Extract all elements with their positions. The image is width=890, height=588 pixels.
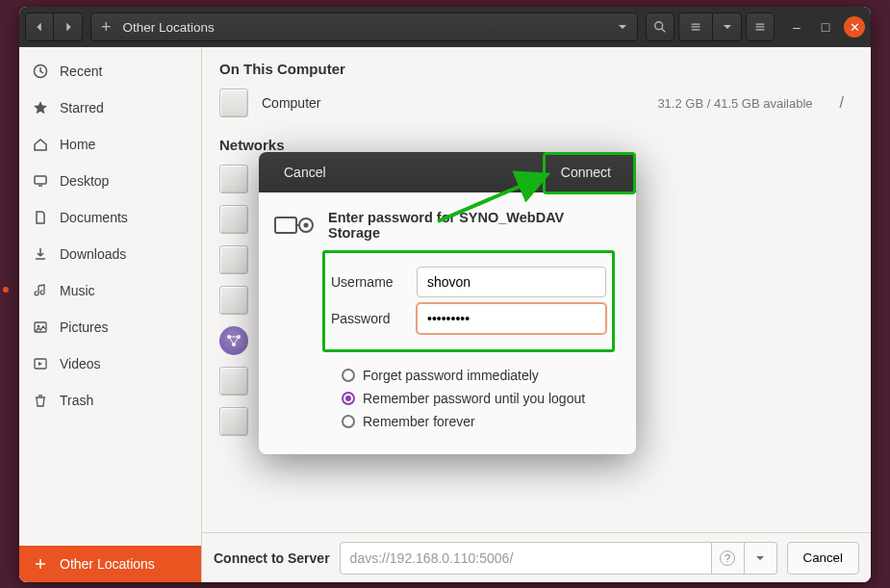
- sidebar-item-videos[interactable]: Videos: [19, 345, 201, 382]
- network-share-icon: [219, 205, 248, 234]
- svg-rect-9: [275, 217, 296, 233]
- nav-back-forward: [25, 13, 83, 41]
- path-label: Other Locations: [123, 20, 215, 35]
- radio-icon: [342, 369, 355, 382]
- dialog-connect-button[interactable]: Connect: [447, 152, 636, 192]
- drive-icon: [219, 89, 248, 117]
- option-forget[interactable]: Forget password immediately: [342, 364, 615, 387]
- sidebar-item-starred[interactable]: Starred: [19, 89, 201, 126]
- key-icon: [274, 212, 315, 239]
- section-heading-networks: Networks: [219, 137, 853, 153]
- sidebar-item-desktop[interactable]: Desktop: [19, 163, 201, 199]
- search-button[interactable]: [646, 13, 674, 41]
- svg-point-0: [655, 22, 663, 30]
- path-bar[interactable]: + Other Locations: [90, 13, 638, 41]
- username-input[interactable]: [417, 267, 606, 297]
- nav-back-button[interactable]: [25, 13, 54, 41]
- svg-point-11: [304, 223, 309, 228]
- sidebar-item-trash[interactable]: Trash: [19, 382, 201, 419]
- sidebar-item-downloads[interactable]: Downloads: [19, 236, 201, 272]
- sidebar-item-home[interactable]: Home: [19, 126, 201, 163]
- connect-to-server-bar: Connect to Server ? Cancel: [202, 532, 871, 582]
- sidebar-item-label: Other Locations: [60, 556, 155, 572]
- server-help-button[interactable]: ?: [712, 542, 745, 575]
- remember-options: Forget password immediately Remember pas…: [342, 364, 615, 433]
- sidebar-item-label: Desktop: [60, 173, 109, 189]
- network-share-icon: [219, 367, 248, 396]
- sidebar-item-label: Music: [60, 283, 95, 298]
- sidebar-item-label: Trash: [60, 393, 93, 408]
- sidebar-item-recent[interactable]: Recent: [19, 53, 201, 89]
- sidebar-item-label: Home: [60, 137, 95, 152]
- password-input[interactable]: [417, 303, 606, 334]
- radio-icon: [342, 392, 355, 405]
- hamburger-menu-button[interactable]: [746, 13, 775, 41]
- view-options-button[interactable]: [713, 13, 742, 41]
- window-close-button[interactable]: ✕: [844, 16, 865, 38]
- sidebar-item-music[interactable]: Music: [19, 272, 201, 309]
- sidebar-item-label: Downloads: [60, 246, 126, 262]
- section-heading-computer: On This Computer: [219, 61, 853, 77]
- sidebar-item-label: Documents: [60, 210, 128, 225]
- network-share-icon: [219, 165, 248, 193]
- server-address-input[interactable]: [340, 542, 712, 575]
- header-bar: + Other Locations – □ ✕: [19, 7, 871, 47]
- sidebar-item-pictures[interactable]: Pictures: [19, 309, 201, 345]
- connect-title: Connect to Server: [214, 550, 330, 566]
- sidebar-item-label: Recent: [60, 64, 102, 79]
- sidebar-item-documents[interactable]: Documents: [19, 199, 201, 236]
- desktop-indicator-dot: [3, 287, 9, 293]
- dialog-title: Enter password for SYNO_WebDAV Storage: [328, 210, 615, 241]
- dialog-header: Cancel Connect: [259, 152, 636, 192]
- computer-label: Computer: [262, 95, 320, 111]
- plus-icon: +: [101, 17, 112, 38]
- view-list-button[interactable]: [678, 13, 713, 41]
- network-share-icon: [219, 245, 248, 274]
- chevron-down-icon: [618, 22, 627, 32]
- sidebar-item-label: Pictures: [60, 320, 109, 335]
- computer-row[interactable]: Computer 31.2 GB / 41.5 GB available /: [219, 83, 853, 123]
- network-share-icon: [219, 286, 248, 315]
- windows-network-icon: [219, 326, 248, 355]
- username-label: Username: [331, 274, 407, 290]
- svg-point-4: [38, 325, 40, 328]
- window-maximize-button[interactable]: □: [815, 16, 836, 38]
- auth-dialog: Cancel Connect Enter password for SYNO_W…: [259, 152, 636, 454]
- svg-rect-2: [35, 176, 46, 184]
- nav-forward-button[interactable]: [54, 13, 83, 41]
- option-forever[interactable]: Remember forever: [342, 410, 615, 433]
- sidebar-item-label: Videos: [60, 356, 101, 371]
- server-history-dropdown[interactable]: [745, 542, 777, 575]
- credentials-highlight: Username Password: [322, 250, 615, 352]
- option-until-logout[interactable]: Remember password until you logout: [342, 387, 615, 410]
- window-minimize-button[interactable]: –: [786, 16, 807, 38]
- places-sidebar: Recent Starred Home Desktop Documents Do…: [19, 47, 202, 582]
- dialog-cancel-button[interactable]: Cancel: [259, 152, 447, 192]
- sidebar-item-other-locations[interactable]: Other Locations: [19, 546, 201, 582]
- network-share-icon: [219, 407, 248, 436]
- radio-icon: [342, 415, 355, 428]
- connect-cancel-button[interactable]: Cancel: [787, 542, 860, 575]
- available-space: 31.2 GB / 41.5 GB available: [657, 96, 812, 111]
- password-label: Password: [331, 311, 407, 326]
- sidebar-item-label: Starred: [60, 100, 104, 115]
- root-path: /: [840, 94, 844, 112]
